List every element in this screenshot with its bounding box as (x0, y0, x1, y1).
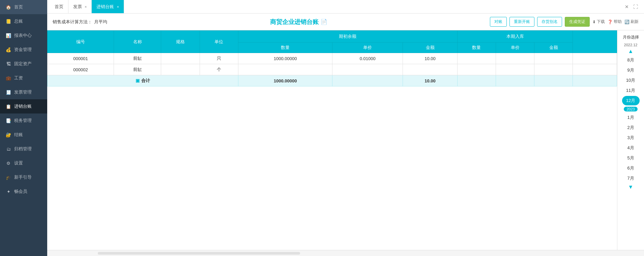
month-item-9[interactable]: 9月 (622, 66, 640, 75)
help-button[interactable]: ❓ 帮助 (608, 19, 622, 25)
sidebar-item-archive[interactable]: 🗂 归档管理 (0, 142, 47, 156)
col-group-opening: 期初余额 (238, 31, 457, 43)
col-extra (573, 31, 617, 53)
month-item-2023-5[interactable]: 5月 (622, 153, 640, 163)
sidebar-item-invoice[interactable]: 🧾 发票管理 (0, 85, 47, 99)
table-wrapper: 编号 名称 规格 单位 期初余额 本期入库 数量 单价 金额 数量 (47, 30, 617, 250)
col-group-inbound: 本期入库 (457, 31, 573, 43)
window-maximize-btn[interactable]: ⛶ (633, 4, 639, 10)
sub-opening-qty: 数量 (238, 43, 332, 53)
month-item-2023-2[interactable]: 2月 (622, 123, 640, 132)
cell-opening-amount (403, 64, 458, 75)
tab-home[interactable]: 首页 (50, 0, 68, 13)
sidebar-item-settings[interactable]: ⚙ 设置 (0, 156, 47, 170)
total-opening-amount: 10.00 (403, 75, 458, 86)
refresh-icon: 🔄 (624, 20, 630, 24)
sidebar-item-reports[interactable]: 📊 报表中心 (0, 28, 47, 43)
payroll-icon: 💼 (5, 75, 11, 81)
sidebar-item-purchase-sale[interactable]: 📋 进销台账 (0, 99, 47, 113)
cell-opening-price (332, 64, 403, 75)
download-button[interactable]: ⬇ 下载 (592, 19, 605, 25)
tab-purchase-sale-label: 进销台账 (96, 4, 114, 10)
month-item-8[interactable]: 8月 (622, 55, 640, 65)
bottom-scrollbar[interactable] (47, 250, 644, 256)
cost-method-label: 销售成本计算方法： (53, 19, 92, 25)
sidebar-label-funds: 资金管理 (14, 47, 32, 53)
refresh-button[interactable]: 🔄 刷新 (624, 19, 639, 25)
sub-opening-amount: 金额 (403, 43, 458, 53)
cell-inbound-amount (534, 53, 573, 64)
sidebar-label-ledger: 总账 (14, 18, 23, 24)
total-icon: ▣ (136, 78, 140, 83)
sidebar: 🏠 首页 📒 总账 📊 报表中心 💰 资金管理 🏗 固定资产 💼 工资 🧾 发票… (0, 0, 47, 256)
cell-name: 前缸 (114, 64, 161, 75)
page-title-area: 商贸企业进销台账 📄 (107, 18, 490, 26)
cell-name: 前缸 (114, 53, 161, 64)
sidebar-label-tax: 税务管理 (14, 118, 32, 124)
tab-invoice-label: 发票 (73, 4, 82, 10)
reopen-button[interactable]: 重新开账 (509, 17, 534, 27)
tab-purchase-sale-close[interactable]: × (117, 5, 119, 9)
cell-inbound-price (496, 64, 534, 75)
sidebar-item-home[interactable]: 🏠 首页 (0, 0, 47, 14)
table-header-top: 编号 名称 规格 单位 期初余额 本期入库 (48, 31, 617, 43)
tab-invoice[interactable]: 发票 × (68, 0, 92, 13)
cell-inbound-qty (457, 53, 496, 64)
cell-extra (573, 53, 617, 64)
reconcile-button[interactable]: 对账 (490, 17, 507, 27)
action-bar: 销售成本计算方法： 月平均 商贸企业进销台账 📄 对账 重新开账 存货别名 生成… (47, 14, 644, 30)
total-opening-price (332, 75, 403, 86)
cell-inbound-qty (457, 64, 496, 75)
tab-invoice-close[interactable]: × (85, 5, 87, 9)
cell-opening-price: 0.01000 (332, 53, 403, 64)
sub-inbound-amount: 金额 (534, 43, 573, 53)
tab-purchase-sale[interactable]: 进销台账 × (92, 0, 124, 13)
sidebar-label-closing: 结账 (14, 132, 23, 138)
cell-unit: 只 (200, 53, 238, 64)
total-label-cell: ▣ 合计 (48, 75, 238, 86)
help-icon: ❓ (608, 20, 613, 24)
assets-icon: 🏗 (5, 61, 11, 67)
horizontal-scrollbar[interactable] (98, 252, 300, 255)
sidebar-item-funds[interactable]: 💰 资金管理 (0, 43, 47, 57)
sub-opening-price: 单价 (332, 43, 403, 53)
sidebar-item-vip[interactable]: ✦ 畅会员 (0, 184, 47, 199)
sidebar-item-tax[interactable]: 📑 税务管理 (0, 113, 47, 128)
sidebar-item-closing[interactable]: 🔐 结账 (0, 128, 47, 142)
month-item-2023-4[interactable]: 4月 (622, 143, 640, 153)
month-item-2023-3[interactable]: 3月 (622, 133, 640, 143)
sub-inbound-price: 单价 (496, 43, 534, 53)
sidebar-item-assets[interactable]: 🏗 固定资产 (0, 57, 47, 71)
sidebar-item-ledger[interactable]: 📒 总账 (0, 14, 47, 28)
table-row[interactable]: 000001 前缸 只 1000.00000 0.01000 10.00 (48, 53, 617, 64)
generate-button[interactable]: 生成凭证 (565, 17, 590, 27)
cost-method-value: 月平均 (94, 19, 107, 25)
settings-icon: ⚙ (5, 160, 11, 166)
cell-inbound-amount (534, 64, 573, 75)
sidebar-item-guide[interactable]: 🎓 新手引导 (0, 170, 47, 184)
sidebar-label-settings: 设置 (14, 160, 23, 166)
month-item-10[interactable]: 10月 (622, 76, 640, 85)
window-close-btn[interactable]: ✕ (624, 4, 630, 10)
main-table: 编号 名称 规格 单位 期初余额 本期入库 数量 单价 金额 数量 (47, 30, 617, 86)
closing-icon: 🔐 (5, 132, 11, 138)
month-panel: 月份选择 2022.12 ▲ 8月 9月 10月 11月 12月 2023 1月… (617, 30, 644, 250)
title-edit-icon[interactable]: 📄 (321, 19, 327, 25)
month-item-11[interactable]: 11月 (622, 86, 640, 95)
cell-inbound-price (496, 53, 534, 64)
save-alias-button[interactable]: 存货别名 (537, 17, 562, 27)
cell-code: 000002 (48, 64, 114, 75)
total-inbound-price (496, 75, 534, 86)
col-code: 编号 (48, 31, 114, 53)
cell-spec (161, 64, 200, 75)
month-item-2023-1[interactable]: 1月 (622, 113, 640, 122)
table-row[interactable]: 000002 前缸 个 (48, 64, 617, 75)
sidebar-item-payroll[interactable]: 💼 工资 (0, 71, 47, 85)
cell-opening-qty (238, 64, 332, 75)
month-scroll-up[interactable]: ▲ (628, 48, 634, 55)
month-item-2023-7[interactable]: 7月 (622, 174, 640, 183)
month-scroll-down[interactable]: ▼ (628, 183, 634, 191)
month-item-12[interactable]: 12月 (622, 96, 640, 105)
total-inbound-qty (457, 75, 496, 86)
month-item-2023-6[interactable]: 6月 (622, 163, 640, 173)
